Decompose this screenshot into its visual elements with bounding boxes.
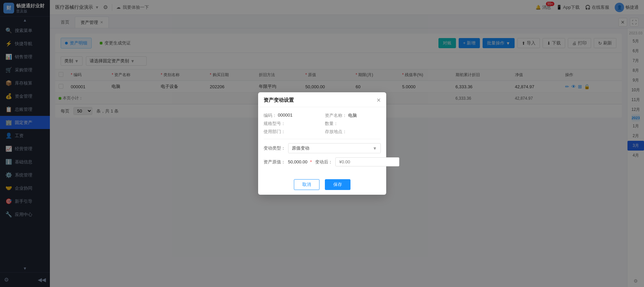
dept-label: 使用部门：	[264, 129, 285, 135]
asset-name-label: 资产名称：	[325, 113, 347, 119]
after-change-input[interactable]	[335, 157, 399, 166]
modal-info-grid: 编码： 000001 资产名称： 电脑 规格型号： 数量： 使用部门：	[264, 113, 381, 139]
code-label: 编码：	[264, 113, 277, 119]
modal-close-button[interactable]: ✕	[376, 98, 381, 103]
after-change-label: 变动后：	[315, 159, 333, 165]
original-value-label: 资产原值：	[264, 159, 285, 165]
quantity-label: 数量：	[325, 121, 338, 127]
cancel-button[interactable]: 取消	[294, 179, 319, 190]
change-type-label: 变动类型：	[264, 145, 285, 151]
modal-spec-field: 规格型号：	[264, 121, 319, 127]
modal-header: 资产变动设置 ✕	[258, 92, 386, 107]
change-type-row: 变动类型： 原值变动 ▼	[264, 143, 381, 153]
modal-footer: 取消 保存	[258, 176, 386, 195]
modal-title: 资产变动设置	[264, 97, 294, 103]
modal-location-field: 存放地点：	[325, 129, 381, 135]
location-label: 存放地点：	[325, 129, 347, 135]
change-type-value: 原值变动	[292, 145, 309, 151]
value-row: 资产原值： 50,000.00 * 变动后：	[264, 157, 381, 166]
modal-code-field: 编码： 000001	[264, 113, 319, 119]
modal-dept-field: 使用部门：	[264, 129, 319, 135]
modal-asset-name-field: 资产名称： 电脑	[325, 113, 381, 119]
original-value-display: 50,000.00	[288, 159, 308, 164]
spec-label: 规格型号：	[264, 121, 285, 127]
change-type-arrow-icon: ▼	[373, 146, 377, 151]
change-type-select[interactable]: 原值变动 ▼	[288, 143, 381, 153]
asset-name-value: 电脑	[348, 113, 357, 119]
modal-body: 编码： 000001 资产名称： 电脑 规格型号： 数量： 使用部门：	[258, 107, 386, 176]
modal-overlay[interactable]: 资产变动设置 ✕ 编码： 000001 资产名称： 电脑 规格型号： 数	[0, 0, 644, 287]
save-button[interactable]: 保存	[325, 179, 350, 190]
required-asterisk: *	[310, 159, 312, 164]
modal-quantity-field: 数量：	[325, 121, 381, 127]
asset-change-modal: 资产变动设置 ✕ 编码： 000001 资产名称： 电脑 规格型号： 数	[258, 92, 386, 195]
code-value: 000001	[278, 113, 293, 119]
